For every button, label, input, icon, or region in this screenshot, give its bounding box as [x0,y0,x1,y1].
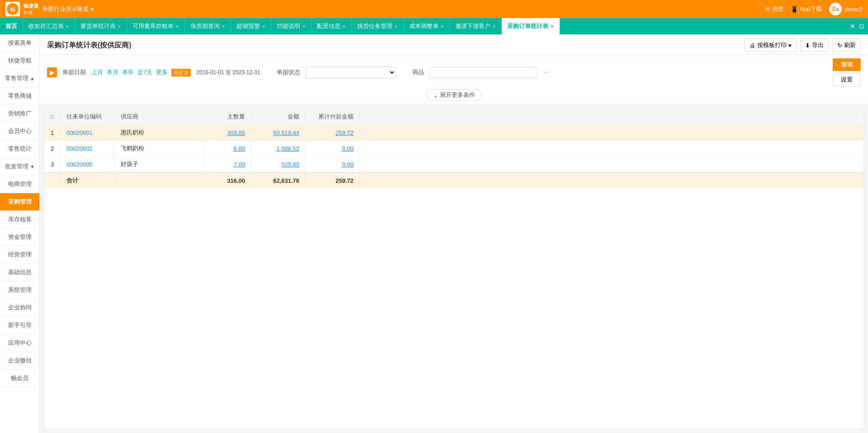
svg-text:畅: 畅 [10,6,15,13]
date-more[interactable]: 更多 [156,68,168,76]
column-settings-icon[interactable]: ⚙ [49,113,55,120]
tab-caigoudingdantongji[interactable]: 采购订单统计表 ✕ [502,18,560,34]
tab-baoquanqixun[interactable]: 保质期查询 ✕ [185,18,231,34]
tab-yaohuodangtongji-close[interactable]: ✕ [118,24,121,29]
sidebar-item-huiyuanzhongxin[interactable]: 会员中心 [0,123,39,140]
tab-yaohuodangtongji[interactable]: 要货单统计表 ✕ [75,18,127,34]
tab-yaohuodangtongji-label: 要货单统计表 [80,22,116,30]
table-body: 1 00020001 惠氏奶粉 303.00 60,519.44 259.72 … [44,125,864,173]
sidebar-item-changhyuian[interactable]: 畅会员 [0,370,39,387]
sidebar-item-label: 经营管理 [8,251,32,258]
filter-date-links: 上月 本月 本年 近7天 更多 自定义 [91,68,191,76]
tab-pihuorenwu-close[interactable]: ✕ [394,24,398,29]
row-code[interactable]: 00020001 [61,125,115,141]
sidebar-item-label: 营销推广 [8,110,32,117]
message-btn[interactable]: ✉ 消息 [765,5,783,13]
expand-more-btn[interactable]: ⌄ 展开更多条件 [426,89,482,101]
date-custom-badge[interactable]: 自定义 [171,69,191,76]
tab-shoufahuizong[interactable]: 收发存汇总表 ✕ [23,18,75,34]
sidebar-item-pifaguanli[interactable]: 批发管理 ▼ [0,158,39,176]
row-paid[interactable]: 0.00 [305,141,359,157]
filter-row-main: ▶ 单据日期 上月 本月 本年 近7天 更多 自定义 2016-01-01 至 … [47,58,861,86]
page-header-actions: 🖨 按模板打印 ▾ ⬇ 导出 ↻ 刷新 [745,39,861,52]
goods-more-icon[interactable]: ··· [543,68,549,76]
row-amount[interactable]: 525.80 [251,157,305,173]
sidebar-item-diansshangguanli[interactable]: 电商管理 [0,176,39,193]
row-qty[interactable]: 7.00 [206,157,251,173]
row-qty[interactable]: 303.00 [206,125,251,141]
date-this-month[interactable]: 本月 [107,68,118,76]
tab-shoufahuizong-close[interactable]: ✕ [66,24,69,29]
col-header-paid: 累计付款金额 [305,109,359,125]
tab-chengbenTiaozheng-close[interactable]: ✕ [440,24,444,29]
account-dropdown[interactable]: 母婴行业演示账套 ▾ [42,5,94,13]
settings-btn[interactable]: 设置 [833,73,861,86]
tab-chengbenTiaozheng[interactable]: 成本调整单 ✕ [404,18,450,34]
footer-extra [359,172,864,188]
sidebar-item-sousuoyingdan[interactable]: 搜索英单 [0,34,39,52]
sidebar-item-lingshotonji[interactable]: 零售统计 [0,140,39,158]
row-code[interactable]: 00020002 [61,141,115,157]
date-this-year[interactable]: 本年 [122,68,134,76]
goods-input[interactable] [429,67,538,78]
row-paid[interactable]: 259.72 [305,125,359,141]
sidebar-item-kuaijiedaohang[interactable]: 快捷导航 [0,52,39,70]
row-code[interactable]: 00020005 [61,157,115,173]
main-layout: 搜索英单 快捷导航 零售管理 ▲ 零售商城 营销推广 会员中心 零售统计 批发管… [0,34,868,433]
row-qty[interactable]: 6.00 [206,141,251,157]
table-area: ⚙ 往来单位编码 供应商 主数量 金额 [43,109,864,429]
sidebar-item-lingshoshangcheng[interactable]: 零售商城 [0,87,39,105]
status-select[interactable] [306,67,396,79]
tab-pihuorenwu[interactable]: 拣货任务管理 ✕ [352,18,404,34]
sidebar-item-lingshoguanli[interactable]: 零售管理 ▲ [0,70,39,87]
row-extra [359,157,864,173]
tab-gongngshuoming-close[interactable]: ✕ [302,24,306,29]
tab-baoquanqixun-close[interactable]: ✕ [222,24,225,29]
date-range-display: 2016-01-01 至 2023-12-31 [196,69,260,76]
sidebar-item-yingyongzhongxin[interactable]: 应用中心 [0,334,39,352]
refresh-icon: ↻ [837,42,842,49]
query-btn[interactable]: 查询 [833,58,861,71]
tab-yaoqingxiayouke-close[interactable]: ✕ [492,24,496,29]
template-print-btn[interactable]: 🖨 按模板打印 ▾ [745,39,797,52]
refresh-label: 刷新 [844,41,856,49]
tab-yaoqingxiayouke[interactable]: 邀请下游客户 ✕ [450,18,502,34]
sidebar-item-xinshouyindao[interactable]: 新手引导 [0,317,39,334]
sidebar-item-xitongguanli[interactable]: 系统管理 [0,281,39,299]
table-row: 1 00020001 惠氏奶粉 303.00 60,519.44 259.72 [44,125,864,141]
page-header: 采购订单统计表(按供应商) 🖨 按模板打印 ▾ ⬇ 导出 ↻ 刷新 [40,34,868,55]
sidebar-item-jichuxinxi[interactable]: 基础信息 [0,264,39,281]
date-last-7-days[interactable]: 近7天 [137,68,152,76]
tab-yaoqingxiayouke-label: 邀请下游客户 [455,22,491,30]
tab-gongngshuoming[interactable]: 功能说明 ✕ [271,18,311,34]
date-last-month[interactable]: 上月 [91,68,103,76]
sidebar-item-yingxiaotuiguang[interactable]: 营销推广 [0,105,39,123]
sidebar-item-zijinguanli[interactable]: 资金管理 [0,228,39,246]
row-amount[interactable]: 1,586.52 [251,141,305,157]
row-supplier: 惠氏奶粉 [115,125,206,141]
export-btn[interactable]: ⬇ 导出 [800,39,829,52]
sidebar-item-caigouguanli[interactable]: 采购管理 [0,193,39,211]
user-area[interactable]: Ea demo2 [829,3,863,15]
tab-chaocuyujing-close[interactable]: ✕ [262,24,265,29]
app-download-btn[interactable]: 📱 App下载 [791,5,822,13]
row-amount[interactable]: 60,519.44 [251,125,305,141]
tab-home[interactable]: 首页 [0,18,23,34]
tab-restore-btn[interactable]: ⊡ [859,23,864,30]
row-paid[interactable]: 0.00 [305,157,359,173]
sidebar-item-kucunhesuan[interactable]: 库存核算 [0,211,39,228]
tab-peizhixinxi-close[interactable]: ✕ [342,24,346,29]
tab-caigoudingdantongji-close[interactable]: ✕ [550,24,554,29]
filter-toggle-btn[interactable]: ▶ [47,67,57,77]
tab-close-all-btn[interactable]: ✕ [850,23,855,30]
sidebar-item-qiyeweixin[interactable]: 企业微信 [0,352,39,370]
table-row: 3 00020005 好孩子 7.00 525.80 0.00 [44,157,864,173]
tab-peizhixinxi[interactable]: 配置信息 ✕ [311,18,352,34]
tab-keyongliangkucun[interactable]: 可用量库存账本 ✕ [127,18,185,34]
tab-keyongliangkucun-close[interactable]: ✕ [175,24,179,29]
sidebar-item-qiyexietong[interactable]: 企业协同 [0,299,39,317]
nav-tabs-end: ✕ ⊡ [846,18,868,34]
refresh-btn[interactable]: ↻ 刷新 [832,39,861,52]
tab-chaocuyujing[interactable]: 超储预警 ✕ [231,18,271,34]
sidebar-item-jinggyingguanli[interactable]: 经营管理 [0,246,39,264]
